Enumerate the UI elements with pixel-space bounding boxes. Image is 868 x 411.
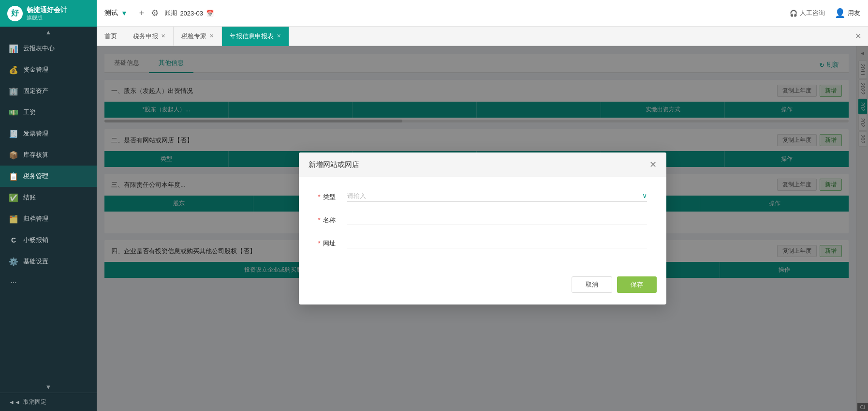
type-input-wrap: ∨ (347, 192, 647, 202)
kucun-icon: 📦 (9, 150, 18, 160)
sidebar-scroll-down[interactable]: ▼ (0, 381, 97, 393)
required-asterisk: * (318, 193, 321, 200)
fapiao-icon: 🧾 (9, 129, 18, 138)
sidebar-item-gudingzichan[interactable]: 🏢 固定资产 (0, 80, 97, 102)
settings-button[interactable]: ⚙ (151, 8, 159, 18)
service-button[interactable]: 🎧 人工咨询 (790, 9, 825, 17)
tab-close-shuijian[interactable]: ✕ (209, 33, 214, 39)
headset-icon: 🎧 (790, 10, 797, 17)
name-input[interactable] (347, 215, 647, 223)
tab-home-label: 首页 (104, 32, 117, 41)
cancel-button[interactable]: 取消 (572, 276, 612, 293)
sidebar-nav: 📊 云报表中心 💰 资金管理 🏢 固定资产 💵 工资 🧾 发票管理 📦 (0, 38, 97, 381)
sidebar-logo: 好 畅捷通好会计 旗舰版 (0, 0, 97, 27)
form-field-url: * 网址 (318, 239, 647, 248)
form-field-type: * 类型 ∨ (318, 192, 647, 202)
url-label: * 网址 (318, 239, 347, 248)
required-asterisk: * (318, 240, 321, 247)
sidebar-item-label: 云报表中心 (23, 44, 55, 53)
required-asterisk: * (318, 216, 321, 224)
calendar-icon[interactable]: 📅 (206, 10, 214, 17)
company-dropdown-icon: ▼ (121, 9, 128, 17)
period-value: 2023-03 (180, 10, 203, 17)
close-right-button[interactable]: ✕ (848, 31, 868, 41)
sidebar-item-label: 资金管理 (23, 65, 48, 74)
type-input[interactable] (347, 192, 642, 199)
period-display: 账期 2023-03 📅 (164, 9, 214, 17)
logo-text: 畅捷通好会计 旗舰版 (27, 5, 67, 21)
yunbaobiao-icon: 📊 (9, 44, 18, 53)
main-area: 测试 ▼ + ⚙ 账期 2023-03 📅 🎧 人工咨询 👤 用友 (97, 0, 868, 411)
form-field-name: * 名称 (318, 215, 647, 225)
jiezhang-icon: ✅ (9, 193, 18, 202)
unpin-label: 取消固定 (23, 398, 46, 406)
sidebar-item-label: 发票管理 (23, 129, 48, 138)
modal-add-website: 新增网站或网店 ✕ * 类型 ∨ (299, 152, 666, 304)
tab-label: 税务申报 (133, 32, 158, 41)
sidebar-item-jichueshezhi[interactable]: ⚙️ 基础设置 (0, 251, 97, 272)
tab-label: 税检专家 (181, 32, 206, 41)
tab-close-shuiwu[interactable]: ✕ (161, 33, 165, 39)
name-input-wrap (347, 215, 647, 225)
tab-close-nianbao[interactable]: ✕ (277, 33, 281, 39)
user-name: 用友 (848, 9, 860, 17)
sidebar-item-xiaochang[interactable]: C 小畅报销 (0, 229, 97, 251)
sidebar-item-label: 归档管理 (23, 214, 48, 223)
period-label: 账期 (164, 9, 177, 17)
type-dropdown-arrow[interactable]: ∨ (642, 192, 647, 199)
sidebar-item-gongzi[interactable]: 💵 工资 (0, 102, 97, 123)
user-menu[interactable]: 👤 用友 (835, 8, 860, 18)
add-button[interactable]: + (139, 8, 145, 18)
sidebar-unpin-button[interactable]: ◄◄ 取消固定 (0, 393, 97, 411)
tab-home[interactable]: 首页 (97, 27, 125, 46)
company-name: 测试 (104, 9, 118, 17)
name-label: * 名称 (318, 216, 347, 225)
modal-close-button[interactable]: ✕ (649, 159, 657, 170)
shuiwu-icon: 📋 (9, 171, 18, 181)
user-icon: 👤 (835, 8, 845, 18)
sidebar-item-zijin[interactable]: 💰 资金管理 (0, 59, 97, 80)
save-button[interactable]: 保存 (617, 276, 657, 293)
topbar: 测试 ▼ + ⚙ 账期 2023-03 📅 🎧 人工咨询 👤 用友 (97, 0, 868, 27)
sidebar-scroll-up[interactable]: ▲ (0, 27, 97, 38)
url-input[interactable] (347, 239, 647, 246)
sidebar-item-label: 税务管理 (23, 172, 48, 181)
guidang-icon: 🗂️ (9, 214, 18, 224)
sidebar: 好 畅捷通好会计 旗舰版 ▲ 📊 云报表中心 💰 资金管理 🏢 固定资产 💵 (0, 0, 97, 411)
sidebar-item-label: 工资 (23, 108, 36, 117)
sidebar-item-more[interactable]: ··· (0, 272, 97, 293)
tabbar: 首页 税务申报 ✕ 税检专家 ✕ 年报信息申报表 ✕ ✕ (97, 27, 868, 46)
type-label: * 类型 (318, 193, 347, 201)
sidebar-item-label: 库存核算 (23, 151, 48, 159)
content-area: 基础信息 其他信息 ↻ 刷新 一、股东（发起人）出资情况 复制上年度 新增 (97, 46, 868, 411)
zijin-icon: 💰 (9, 65, 18, 75)
modal-header: 新增网站或网店 ✕ (299, 152, 666, 177)
sidebar-item-label: 小畅报销 (23, 236, 48, 244)
gudingzichan-icon: 🏢 (9, 86, 18, 96)
tab-nianbao[interactable]: 年报信息申报表 ✕ (222, 27, 289, 46)
sidebar-item-yunbaobiao[interactable]: 📊 云报表中心 (0, 38, 97, 59)
modal-footer: 取消 保存 (299, 272, 666, 304)
sidebar-item-kucun[interactable]: 📦 库存核算 (0, 144, 97, 166)
sidebar-item-label: 固定资产 (23, 87, 48, 95)
jichueshezhi-icon: ⚙️ (9, 257, 18, 266)
xiaochang-icon: C (9, 235, 18, 245)
topbar-right: 🎧 人工咨询 👤 用友 (790, 8, 860, 18)
sidebar-item-jiezhang[interactable]: ✅ 结账 (0, 187, 97, 208)
sidebar-item-label: 结账 (23, 193, 36, 202)
sidebar-item-shuiwu[interactable]: 📋 税务管理 (0, 166, 97, 187)
tab-label: 年报信息申报表 (230, 32, 274, 41)
gongzi-icon: 💵 (9, 107, 18, 117)
more-icon: ··· (9, 278, 18, 288)
url-input-wrap (347, 239, 647, 248)
sidebar-item-guidang[interactable]: 🗂️ 归档管理 (0, 208, 97, 229)
tab-shuijian-zhuanjia[interactable]: 税检专家 ✕ (174, 27, 222, 46)
topbar-actions: + ⚙ (139, 8, 159, 18)
company-selector[interactable]: 测试 ▼ (104, 9, 128, 17)
logo-icon: 好 (7, 6, 23, 21)
tab-shuiwu-shenbao[interactable]: 税务申报 ✕ (125, 27, 174, 46)
sidebar-item-label: 基础设置 (23, 257, 48, 266)
unpin-icon: ◄◄ (9, 399, 20, 406)
sidebar-item-fapiao[interactable]: 🧾 发票管理 (0, 123, 97, 144)
modal-body: * 类型 ∨ * 名称 (299, 177, 666, 272)
